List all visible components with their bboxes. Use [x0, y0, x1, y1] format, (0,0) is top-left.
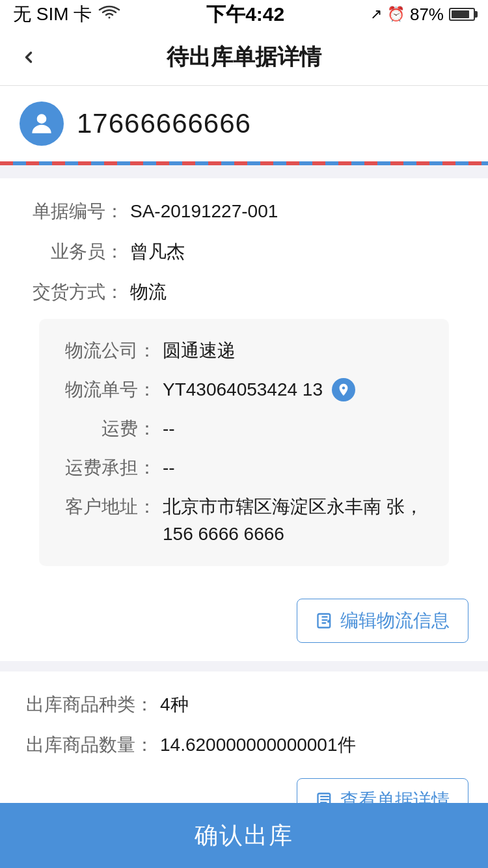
- battery-icon: [449, 8, 475, 21]
- logistics-tracking-row: 物流单号： YT43064053424 13: [59, 376, 429, 403]
- confirm-button-bar[interactable]: 确认出库: [0, 803, 488, 868]
- product-type-row: 出库商品种类： 4种: [26, 691, 462, 718]
- agent-value: 曾凡杰: [130, 238, 462, 265]
- order-info-section: 单据编号： SA-20191227-001 业务员： 曾凡杰 交货方式： 物流 …: [0, 178, 488, 586]
- carrier-label: 无 SIM 卡: [13, 2, 92, 27]
- avatar: [20, 102, 64, 146]
- status-right: ↗ ⏰ 87%: [370, 5, 475, 25]
- order-number-label: 单据编号：: [26, 198, 130, 225]
- product-section: 出库商品种类： 4种 出库商品数量： 14.620000000000001件: [0, 671, 488, 772]
- location-service-icon: ↗: [370, 6, 382, 23]
- agent-row: 业务员： 曾凡杰: [26, 238, 462, 265]
- freight-bear-label: 运费承担：: [59, 454, 163, 481]
- status-time: 下午4:42: [206, 1, 284, 28]
- product-quantity-row: 出库商品数量： 14.620000000000001件: [26, 731, 462, 759]
- wifi-icon: [98, 4, 120, 25]
- address-value: 北京市市辖区海淀区永丰南 张，156 6666 6666: [163, 493, 429, 548]
- logistics-tracking-label: 物流单号：: [59, 376, 163, 403]
- svg-point-0: [37, 114, 47, 124]
- logistics-section: 物流公司： 圆通速递 物流单号： YT43064053424 13 运费： --…: [39, 319, 449, 566]
- delivery-label: 交货方式：: [26, 278, 130, 306]
- user-phone: 17666666666: [77, 108, 251, 139]
- order-number-row: 单据编号： SA-20191227-001: [26, 198, 462, 225]
- product-quantity-value: 14.620000000000001件: [160, 731, 462, 759]
- address-row: 客户地址： 北京市市辖区海淀区永丰南 张，156 6666 6666: [59, 493, 429, 548]
- alarm-icon: ⏰: [387, 6, 405, 23]
- logistics-company-row: 物流公司： 圆通速递: [59, 337, 429, 364]
- page-title: 待出库单据详情: [167, 42, 321, 72]
- freight-bear-value: --: [163, 454, 429, 481]
- back-button[interactable]: [16, 44, 42, 70]
- edit-logistics-label: 编辑物流信息: [340, 608, 450, 633]
- product-quantity-label: 出库商品数量：: [26, 731, 160, 759]
- battery-percent: 87%: [410, 5, 444, 25]
- freight-bear-row: 运费承担： --: [59, 454, 429, 481]
- product-type-value: 4种: [160, 691, 462, 718]
- agent-label: 业务员：: [26, 238, 130, 265]
- dashed-divider: [0, 161, 488, 165]
- logistics-company-value: 圆通速递: [163, 337, 429, 364]
- section-divider: [0, 661, 488, 671]
- nav-bar: 待出库单据详情: [0, 29, 488, 86]
- confirm-button-label: 确认出库: [195, 820, 293, 852]
- order-number-value: SA-20191227-001: [130, 198, 462, 225]
- product-type-label: 出库商品种类：: [26, 691, 160, 718]
- freight-label: 运费：: [59, 415, 163, 442]
- status-left: 无 SIM 卡: [13, 2, 120, 27]
- delivery-row: 交货方式： 物流: [26, 278, 462, 306]
- logistics-tracking-value: YT43064053424 13: [163, 376, 429, 403]
- user-header: 17666666666: [0, 86, 488, 161]
- logistics-company-label: 物流公司：: [59, 337, 163, 364]
- edit-btn-row: 编辑物流信息: [0, 586, 488, 661]
- delivery-value: 物流: [130, 278, 462, 306]
- status-bar: 无 SIM 卡 下午4:42 ↗ ⏰ 87%: [0, 0, 488, 29]
- address-label: 客户地址：: [59, 493, 163, 521]
- tracking-location-icon[interactable]: [332, 378, 355, 401]
- freight-value: --: [163, 415, 429, 442]
- edit-logistics-button[interactable]: 编辑物流信息: [297, 599, 468, 643]
- freight-row: 运费： --: [59, 415, 429, 442]
